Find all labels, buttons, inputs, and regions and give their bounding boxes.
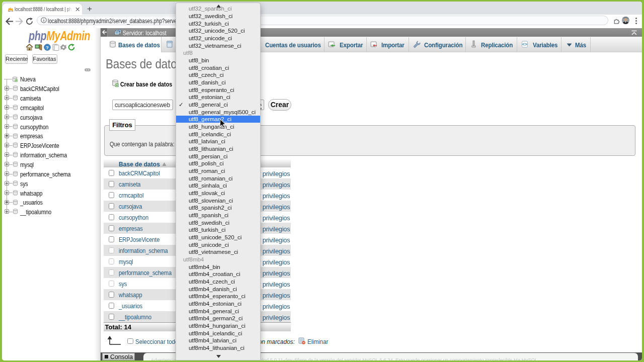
- svg-text:PMA: PMA: [9, 10, 13, 12]
- svg-text:?: ?: [46, 45, 49, 50]
- svg-text:<>: <>: [522, 42, 527, 47]
